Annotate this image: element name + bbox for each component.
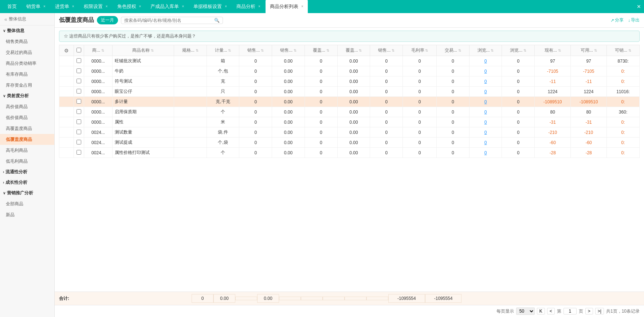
export-icon: ↓ bbox=[628, 18, 630, 23]
row-coverage2: 0.00 bbox=[337, 127, 370, 138]
row-browse2: 0 bbox=[502, 66, 535, 76]
row-browse1[interactable]: 0 bbox=[469, 66, 502, 76]
top-nav: 首页 销货单 × 进货单 × 权限设置 × 角色授权 × 产成品入库单 × 单据… bbox=[0, 0, 644, 13]
row-browse1[interactable]: 0 bbox=[469, 87, 502, 97]
sidebar-item-low-value[interactable]: 低价值商品 bbox=[0, 112, 54, 123]
sidebar-item-capital-usage[interactable]: 库存资金占用 bbox=[0, 80, 54, 91]
main-layout: « 整体信息 ∨ 整体信息 销售类商品 交易过的商品 商品分类动销率 有库存商品… bbox=[0, 13, 644, 317]
sidebar-group-general-label: 整体信息 bbox=[7, 28, 24, 34]
row-checkbox[interactable] bbox=[74, 97, 84, 107]
row-browse1[interactable]: 0 bbox=[469, 148, 502, 158]
close-icon[interactable]: × bbox=[43, 0, 46, 13]
next-page-button[interactable]: > bbox=[585, 308, 593, 314]
sidebar-group-general[interactable]: ∨ 整体信息 bbox=[0, 25, 54, 36]
row-sellable: 0: bbox=[607, 76, 640, 87]
per-page-select[interactable]: 50 100 200 bbox=[516, 308, 535, 315]
search-input[interactable] bbox=[124, 18, 213, 23]
row-checkbox[interactable] bbox=[74, 138, 84, 148]
row-sales-qty: 0 bbox=[239, 87, 272, 97]
row-action bbox=[59, 107, 74, 117]
row-checkbox[interactable] bbox=[74, 148, 84, 158]
group-arrow-icon: › bbox=[3, 170, 4, 174]
nav-tab-analysis-list[interactable]: 商品分析列表 × bbox=[266, 0, 308, 13]
row-sales-amt: 0.00 bbox=[272, 76, 305, 87]
total-sales-qty: 0 bbox=[192, 294, 213, 303]
row-browse1[interactable]: 0 bbox=[469, 97, 502, 107]
row-checkbox[interactable] bbox=[74, 117, 84, 127]
col-settings[interactable]: ⚙ bbox=[59, 45, 74, 56]
first-page-button[interactable]: K bbox=[537, 308, 545, 314]
sidebar-item-high-coverage[interactable]: 高覆盖度商品 bbox=[0, 123, 54, 134]
row-browse1[interactable]: 0 bbox=[469, 138, 502, 148]
row-sales-amt: 0.00 bbox=[272, 107, 305, 117]
nav-tab-analysis[interactable]: 商品分析 × bbox=[232, 0, 265, 13]
sidebar-item-low-coverage[interactable]: 低覆盖度商品 bbox=[0, 134, 54, 145]
row-browse1[interactable]: 0 bbox=[469, 117, 502, 127]
sidebar-item-stock-goods[interactable]: 有库存商品 bbox=[0, 69, 54, 80]
sidebar-item-category-rate[interactable]: 商品分类动销率 bbox=[0, 58, 54, 69]
sidebar-item-high-margin[interactable]: 高毛利商品 bbox=[0, 145, 54, 156]
nav-tab-home[interactable]: 首页 bbox=[3, 0, 21, 13]
sidebar-header: « 整体信息 bbox=[0, 13, 54, 25]
col-transaction-header: 交易... ⇅ bbox=[436, 45, 469, 56]
table-row: 0000... 旺辅批次测试 箱 0 0.00 0 0.00 0 0 0 0 0… bbox=[59, 56, 640, 66]
sidebar-item-low-margin[interactable]: 低毛利商品 bbox=[0, 156, 54, 167]
close-icon[interactable]: × bbox=[106, 0, 108, 13]
sidebar-group-marketing[interactable]: ∨ 营销推广分析 bbox=[0, 188, 54, 198]
sidebar-group-coverage[interactable]: ∨ 类射度分析 bbox=[0, 91, 54, 101]
share-button[interactable]: ↗ 分享 bbox=[610, 17, 624, 23]
row-browse1[interactable]: 0 bbox=[469, 107, 502, 117]
row-checkbox[interactable] bbox=[74, 56, 84, 66]
close-icon[interactable]: × bbox=[301, 0, 303, 13]
row-sales3: 0 bbox=[370, 87, 403, 97]
nav-tab-permission[interactable]: 权限设置 × bbox=[79, 0, 112, 13]
row-browse1[interactable]: 0 bbox=[469, 76, 502, 87]
nav-tab-product[interactable]: 产成品入库单 × bbox=[146, 0, 188, 13]
row-browse1[interactable]: 0 bbox=[469, 56, 502, 66]
row-checkbox[interactable] bbox=[74, 66, 84, 76]
sidebar-group-flow[interactable]: › 流通性分析 bbox=[0, 167, 54, 177]
search-icon[interactable]: 🔍 bbox=[214, 18, 220, 23]
select-all-checkbox[interactable] bbox=[76, 48, 81, 52]
nav-tab-purchase[interactable]: 进货单 × bbox=[51, 0, 79, 13]
sidebar-item-new-goods[interactable]: 新品 bbox=[0, 209, 54, 220]
sidebar-item-all-goods[interactable]: 全部商品 bbox=[0, 198, 54, 209]
window-close-button[interactable]: ✕ bbox=[637, 4, 641, 9]
nav-tab-role[interactable]: 角色授权 × bbox=[113, 0, 146, 13]
row-code: 0000... bbox=[84, 56, 112, 66]
row-sales-qty: 0 bbox=[239, 127, 272, 138]
row-sales3: 0 bbox=[370, 117, 403, 127]
close-icon[interactable]: × bbox=[225, 0, 227, 13]
sidebar-item-high-value[interactable]: 高价值商品 bbox=[0, 101, 54, 112]
row-current-stock: -28 bbox=[535, 148, 571, 158]
row-checkbox[interactable] bbox=[74, 76, 84, 87]
sidebar-group-growth[interactable]: › 成长性分析 bbox=[0, 177, 54, 188]
settings-icon[interactable]: ⚙ bbox=[64, 48, 69, 54]
close-icon[interactable]: × bbox=[258, 0, 260, 13]
filter-recent-month-button[interactable]: 近一月 bbox=[97, 16, 118, 24]
last-page-button[interactable]: >| bbox=[595, 308, 604, 314]
export-button[interactable]: ↓ 导出 bbox=[628, 17, 640, 23]
row-checkbox[interactable] bbox=[74, 127, 84, 138]
total-current-stock: -1095554 bbox=[388, 294, 425, 303]
row-code: 0024... bbox=[84, 138, 112, 148]
close-icon[interactable]: × bbox=[182, 0, 184, 13]
row-coverage2: 0.00 bbox=[337, 117, 370, 127]
row-browse1[interactable]: 0 bbox=[469, 127, 502, 138]
row-checkbox[interactable] bbox=[74, 87, 84, 97]
nav-tab-template[interactable]: 单据模板设置 × bbox=[189, 0, 231, 13]
prev-page-button[interactable]: < bbox=[547, 308, 555, 314]
sidebar-item-traded-goods[interactable]: 交易过的商品 bbox=[0, 47, 54, 58]
nav-tab-sales[interactable]: 销货单 × bbox=[22, 0, 50, 13]
close-icon[interactable]: × bbox=[72, 0, 74, 13]
close-icon[interactable]: × bbox=[139, 0, 141, 13]
sidebar-group-marketing-label: 营销推广分析 bbox=[7, 190, 33, 196]
row-coverage1: 0 bbox=[305, 117, 337, 127]
row-sales-amt: 0.00 bbox=[272, 127, 305, 138]
row-sellable: 0: bbox=[607, 117, 640, 127]
total-gross-margin bbox=[301, 297, 323, 300]
sidebar-item-sales-goods[interactable]: 销售类商品 bbox=[0, 36, 54, 47]
sidebar-collapse-button[interactable]: « bbox=[3, 16, 9, 22]
page-input[interactable] bbox=[564, 308, 577, 314]
row-checkbox[interactable] bbox=[74, 107, 84, 117]
